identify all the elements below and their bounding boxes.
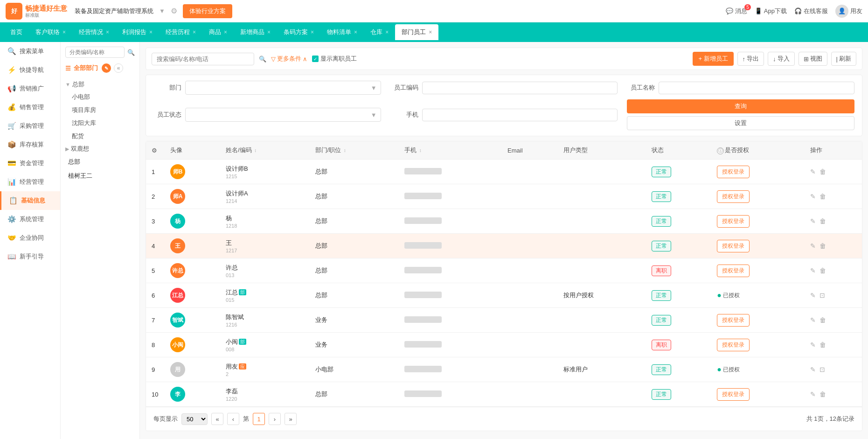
sidebar-item-guide[interactable]: 📖 新手引导 bbox=[0, 247, 60, 266]
app-download-button[interactable]: 📱 App下载 bbox=[755, 7, 787, 15]
sidebar-item-basics[interactable]: 📋 基础信息 bbox=[0, 191, 60, 210]
emp-code-input[interactable] bbox=[422, 82, 618, 94]
auth-button[interactable]: 授权登录 bbox=[717, 314, 750, 327]
tab-home[interactable]: 首页 bbox=[4, 24, 29, 40]
edit-icon[interactable]: ✎ bbox=[810, 168, 816, 175]
trial-button[interactable]: 体验行业方案 bbox=[183, 4, 232, 18]
edit-icon[interactable]: ✎ bbox=[810, 316, 816, 324]
close-icon[interactable]: × bbox=[224, 29, 227, 35]
delete-icon[interactable]: 🗑 bbox=[819, 390, 826, 398]
phone-input[interactable] bbox=[422, 109, 618, 121]
tab-history[interactable]: 经营历程× bbox=[159, 24, 202, 40]
sidebar-item-operations[interactable]: 📊 经营管理 bbox=[0, 173, 60, 191]
auth-button[interactable]: 授权登录 bbox=[717, 339, 750, 351]
online-service-button[interactable]: 🎧 在线客服 bbox=[794, 7, 828, 15]
tab-add-goods[interactable]: 新增商品× bbox=[234, 24, 277, 40]
dept-item-shenyang[interactable]: 沈阳大库 bbox=[61, 117, 139, 130]
user-menu[interactable]: 👤 用友 bbox=[835, 5, 862, 18]
gear-icon[interactable]: ⚙ bbox=[169, 5, 179, 17]
dept-shuanglu[interactable]: ▶ 双鹿想 bbox=[61, 143, 139, 155]
close-icon[interactable]: × bbox=[354, 29, 357, 35]
copy-icon[interactable]: ⊡ bbox=[819, 366, 825, 373]
edit-icon[interactable]: ✎ bbox=[810, 292, 816, 299]
search-button[interactable]: 查询 bbox=[627, 99, 854, 113]
add-employee-button[interactable]: + 新增员工 bbox=[693, 52, 733, 66]
col-dept[interactable]: 部门/职位 ↕ bbox=[310, 141, 399, 160]
import-button[interactable]: ↓ 导入 bbox=[768, 52, 795, 66]
edit-icon[interactable]: ✎ bbox=[810, 217, 816, 225]
sidebar-item-finance[interactable]: 💳 资金管理 bbox=[0, 154, 60, 173]
dept-item-peihuo[interactable]: 配货 bbox=[61, 130, 139, 143]
sidebar-item-sales[interactable]: 💰 销售管理 bbox=[0, 98, 60, 117]
tab-employees[interactable]: 部门员工× bbox=[395, 24, 438, 40]
more-filters-button[interactable]: ▽ 更多条件 ∧ bbox=[271, 55, 307, 63]
auth-button[interactable]: 授权登录 bbox=[717, 388, 750, 401]
delete-icon[interactable]: 🗑 bbox=[819, 242, 826, 250]
close-icon[interactable]: × bbox=[429, 29, 432, 35]
status-select[interactable]: ▼ bbox=[185, 108, 381, 122]
edit-icon[interactable]: ✎ bbox=[810, 267, 816, 274]
sidebar-item-quicknav[interactable]: ⚡ 快捷导航 bbox=[0, 61, 60, 79]
auth-button[interactable]: 授权登录 bbox=[717, 166, 750, 178]
dept-item-zhishu[interactable]: 植树王二 bbox=[61, 169, 139, 183]
set-button[interactable]: 设置 bbox=[627, 116, 854, 130]
dept-item-project[interactable]: 项目库房 bbox=[61, 104, 139, 117]
col-phone[interactable]: 手机 ↕ bbox=[399, 141, 502, 160]
search-submit-icon[interactable]: 🔍 bbox=[259, 56, 266, 63]
export-button[interactable]: ↑ 导出 bbox=[737, 52, 764, 66]
dept-item-xiaodian[interactable]: 小电部 bbox=[61, 91, 139, 104]
tab-operations[interactable]: 经营情况× bbox=[72, 24, 116, 40]
col-name[interactable]: 姓名/编码 ↕ bbox=[220, 141, 310, 160]
delete-icon[interactable]: 🗑 bbox=[819, 168, 826, 175]
col-settings[interactable]: ⚙ bbox=[146, 141, 165, 160]
edit-icon[interactable]: ✎ bbox=[810, 390, 816, 398]
print-button[interactable]: | 刷新 bbox=[831, 52, 856, 66]
sidebar-item-collab[interactable]: 🤝 企业协同 bbox=[0, 229, 60, 247]
close-icon[interactable]: × bbox=[267, 29, 271, 35]
dept-item-zongbu[interactable]: 总部 bbox=[61, 155, 139, 169]
close-icon[interactable]: × bbox=[106, 29, 109, 35]
edit-icon[interactable]: ✎ bbox=[810, 193, 816, 200]
sidebar-item-purchase[interactable]: 🛒 采购管理 bbox=[0, 117, 60, 135]
edit-icon[interactable]: ✎ bbox=[810, 366, 816, 373]
search-input[interactable] bbox=[152, 53, 254, 65]
sidebar-item-inventory[interactable]: 📦 库存核算 bbox=[0, 135, 60, 154]
delete-icon[interactable]: 🗑 bbox=[819, 193, 826, 200]
tab-profit[interactable]: 利润报告× bbox=[116, 24, 159, 40]
last-page-button[interactable]: » bbox=[285, 413, 297, 425]
close-icon[interactable]: × bbox=[385, 29, 389, 35]
delete-icon[interactable]: 🗑 bbox=[819, 316, 826, 324]
edit-icon[interactable]: ✎ bbox=[810, 341, 816, 348]
info-icon[interactable]: ⓘ bbox=[717, 147, 724, 154]
view-button[interactable]: ⊞ 视图 bbox=[799, 52, 827, 66]
close-icon[interactable]: × bbox=[62, 29, 66, 35]
tab-customer[interactable]: 客户联络× bbox=[29, 24, 72, 40]
show-resigned-toggle[interactable]: ✓ 显示离职员工 bbox=[312, 55, 357, 63]
close-icon[interactable]: × bbox=[311, 29, 314, 35]
message-button[interactable]: 💬 消息 5 bbox=[726, 7, 747, 15]
edit-dept-button[interactable]: ✎ bbox=[102, 63, 111, 73]
delete-icon[interactable]: 🗑 bbox=[819, 217, 826, 225]
collapse-button[interactable]: « bbox=[114, 63, 123, 73]
dropdown-arrow-icon[interactable]: ▼ bbox=[159, 7, 165, 14]
tab-bom[interactable]: 物料清单× bbox=[320, 24, 364, 40]
sidebar-item-marketing[interactable]: 📢 营销推广 bbox=[0, 79, 60, 98]
auth-button[interactable]: 授权登录 bbox=[717, 190, 750, 203]
auth-button[interactable]: 授权登录 bbox=[717, 215, 750, 228]
tab-warehouse[interactable]: 仓库× bbox=[364, 24, 395, 40]
edit-icon[interactable]: ✎ bbox=[810, 242, 816, 250]
prev-page-button[interactable]: ‹ bbox=[227, 413, 239, 425]
first-page-button[interactable]: « bbox=[211, 413, 223, 425]
close-icon[interactable]: × bbox=[149, 29, 153, 35]
tab-goods[interactable]: 商品× bbox=[202, 24, 234, 40]
dept-search-input[interactable] bbox=[65, 47, 125, 58]
auth-button[interactable]: 授权登录 bbox=[717, 265, 750, 277]
sidebar-item-search[interactable]: 🔍 搜索菜单 bbox=[0, 42, 60, 61]
next-page-button[interactable]: › bbox=[269, 413, 281, 425]
auth-button[interactable]: 授权登录 bbox=[717, 240, 750, 252]
dept-select[interactable]: ▼ bbox=[185, 81, 381, 95]
tab-barcode[interactable]: 条码方案× bbox=[277, 24, 320, 40]
delete-icon[interactable]: 🗑 bbox=[819, 267, 826, 274]
copy-icon[interactable]: ⊡ bbox=[819, 292, 825, 299]
delete-icon[interactable]: 🗑 bbox=[819, 341, 826, 348]
